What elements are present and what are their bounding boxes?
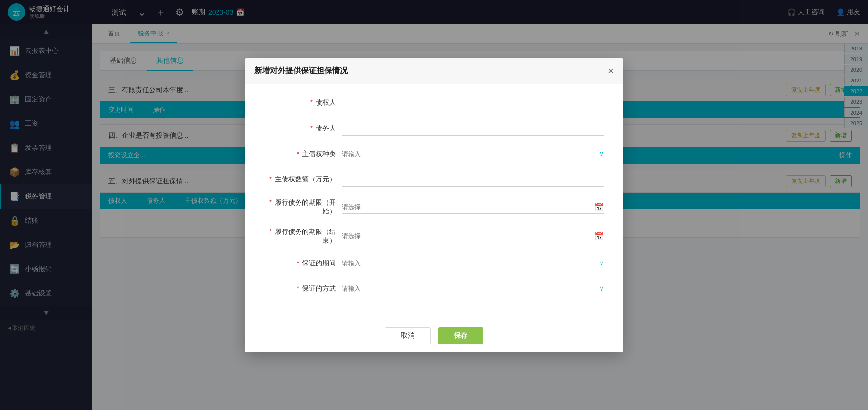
required-mark: * bbox=[310, 98, 313, 106]
dropdown-arrow-guarantee-period[interactable]: ∨ bbox=[599, 259, 604, 267]
select-guarantee-period[interactable] bbox=[342, 257, 599, 270]
dialog-title: 新增对外提供保证担保情况 bbox=[254, 66, 348, 76]
form-label-guarantee-method: * 保证的方式 bbox=[264, 284, 342, 293]
dialog-footer: 取消 保存 bbox=[245, 319, 623, 352]
date-start-wrapper: 📅 bbox=[342, 200, 604, 214]
form-label-date-end: * 履行债务的期限（结束） bbox=[264, 228, 342, 245]
input-date-end[interactable] bbox=[342, 230, 594, 243]
dialog: 新增对外提供保证担保情况 × * 债权人 * 债务人 bbox=[245, 58, 623, 352]
calendar-end-icon[interactable]: 📅 bbox=[594, 231, 604, 241]
label-date-end-text: 履行债务的期限（结束） bbox=[275, 228, 336, 244]
form-row-creditor: * 债权人 bbox=[264, 96, 604, 110]
form-row-credit-amount: * 主债权数额（万元） bbox=[264, 173, 604, 187]
form-label-date-start: * 履行债务的期限（开始） bbox=[264, 198, 342, 216]
required-mark-6: * bbox=[269, 228, 272, 235]
date-end-wrapper: 📅 bbox=[342, 230, 604, 243]
select-guarantee-period-wrapper: ∨ bbox=[342, 257, 604, 270]
form-row-date-start: * 履行债务的期限（开始） 📅 bbox=[264, 198, 604, 216]
dialog-overlay: 新增对外提供保证担保情况 × * 债权人 * 债务人 bbox=[0, 0, 868, 410]
dialog-body: * 债权人 * 债务人 * 主债权种类 bbox=[245, 84, 623, 319]
required-mark-5: * bbox=[269, 198, 272, 206]
input-debtor[interactable] bbox=[342, 122, 604, 136]
label-guarantee-method-text: 保证的方式 bbox=[302, 284, 336, 292]
save-button[interactable]: 保存 bbox=[438, 327, 483, 344]
label-guarantee-period-text: 保证的期间 bbox=[302, 259, 336, 267]
label-credit-type-text: 主债权种类 bbox=[302, 150, 336, 158]
input-creditor[interactable] bbox=[342, 96, 604, 110]
form-label-creditor: * 债权人 bbox=[264, 98, 342, 107]
cancel-button[interactable]: 取消 bbox=[385, 327, 431, 344]
dropdown-arrow-credit-type[interactable]: ∨ bbox=[599, 150, 604, 158]
form-row-debtor: * 债务人 bbox=[264, 122, 604, 136]
label-credit-amount-text: 主债权数额（万元） bbox=[275, 175, 336, 183]
dialog-close-btn[interactable]: × bbox=[608, 66, 614, 76]
form-label-guarantee-period: * 保证的期间 bbox=[264, 259, 342, 268]
dialog-header: 新增对外提供保证担保情况 × bbox=[245, 58, 623, 84]
required-mark-2: * bbox=[310, 124, 313, 132]
label-debtor-text: 债务人 bbox=[316, 124, 336, 132]
dropdown-arrow-guarantee-method[interactable]: ∨ bbox=[599, 284, 604, 292]
label-date-start-text: 履行债务的期限（开始） bbox=[275, 198, 336, 215]
form-row-guarantee-period: * 保证的期间 ∨ bbox=[264, 257, 604, 270]
form-label-credit-amount: * 主债权数额（万元） bbox=[264, 175, 342, 184]
form-label-credit-type: * 主债权种类 bbox=[264, 150, 342, 159]
calendar-start-icon[interactable]: 📅 bbox=[594, 202, 604, 212]
required-mark-8: * bbox=[297, 284, 299, 292]
label-creditor-text: 债权人 bbox=[316, 98, 336, 106]
form-label-debtor: * 债务人 bbox=[264, 124, 342, 133]
input-date-start[interactable] bbox=[342, 200, 594, 213]
required-mark-7: * bbox=[297, 259, 299, 267]
required-mark-3: * bbox=[297, 150, 299, 158]
select-guarantee-method[interactable] bbox=[342, 282, 599, 295]
select-guarantee-method-wrapper: ∨ bbox=[342, 282, 604, 295]
form-row-date-end: * 履行债务的期限（结束） 📅 bbox=[264, 228, 604, 245]
select-credit-type[interactable] bbox=[342, 148, 599, 161]
select-credit-type-wrapper: ∨ bbox=[342, 148, 604, 161]
form-row-guarantee-method: * 保证的方式 ∨ bbox=[264, 282, 604, 295]
form-row-credit-type: * 主债权种类 ∨ bbox=[264, 148, 604, 161]
required-mark-4: * bbox=[269, 175, 272, 183]
input-credit-amount[interactable] bbox=[342, 173, 604, 187]
